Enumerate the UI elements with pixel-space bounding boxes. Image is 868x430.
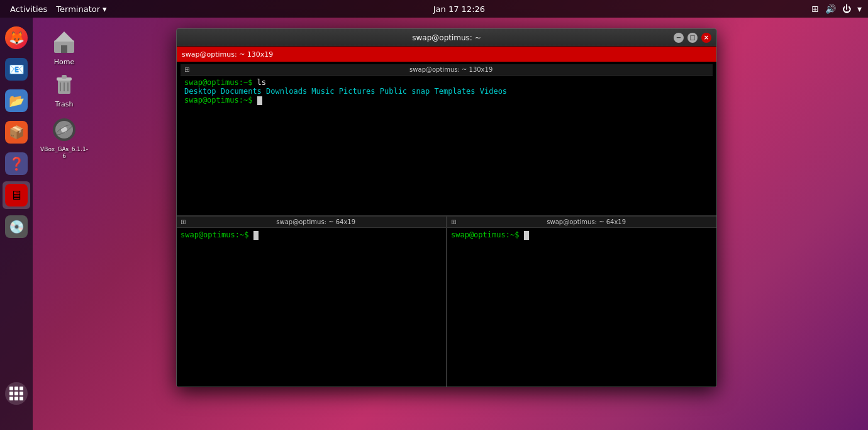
dir-pictures: Pictures (339, 87, 376, 96)
pane-bottom-right-icon: ⊞ (451, 218, 456, 225)
topbar-right: ⊞ 🔊 ⏻ ▾ (811, 4, 862, 14)
pane-bottom-right-content: swap@optimus:~$ (447, 228, 716, 242)
power-icon[interactable]: ⏻ (842, 4, 851, 14)
pane-top-icon: ⊞ (184, 66, 189, 73)
trash-label: Trash (55, 100, 73, 108)
minimize-button[interactable]: − (674, 33, 684, 43)
app-grid-button[interactable] (5, 382, 28, 405)
svg-rect-2 (61, 45, 67, 53)
topbar-datetime: Jan 17 12:26 (433, 4, 485, 14)
sound-icon[interactable]: 🔊 (825, 4, 836, 14)
pane-top-titlebar: ⊞ swap@optimus: ~ 130x19 (181, 64, 713, 76)
terminator-titlebar: swap@optimus: ~ − □ × (177, 29, 716, 47)
prompt-2: swap@optimus:~$ (184, 96, 252, 105)
svg-rect-5 (62, 75, 67, 79)
terminator-title: swap@optimus: ~ (220, 33, 674, 42)
pane-bottom-left-label: swap@optimus: ~ 64x19 (189, 218, 442, 225)
ubuntu-software-icon: 📦 (5, 121, 28, 144)
terminator-tabbar: swap@optimus: ~ 130x19 (177, 47, 716, 62)
pane-bottom-right-titlebar: ⊞ swap@optimus: ~ 64x19 (447, 217, 716, 228)
cursor-2 (253, 231, 259, 240)
vbox-label: VBox_GAs_6.1.1-6 (40, 146, 88, 160)
terminator-menu-label: Terminator (56, 4, 100, 14)
cursor-3 (524, 231, 529, 240)
firefox-icon: 🦊 (5, 26, 28, 49)
dir-music: Music (311, 87, 334, 96)
dock-item-ubuntu-software[interactable]: 📦 (3, 118, 30, 146)
disk-icon: 💿 (5, 215, 28, 238)
dir-snap: snap (411, 87, 430, 96)
cursor (257, 96, 262, 105)
dock-item-help[interactable]: ❓ (3, 150, 30, 178)
help-icon: ❓ (5, 152, 28, 175)
settings-icon[interactable]: ▾ (857, 4, 862, 14)
terminator-controls: − □ × (674, 33, 711, 43)
home-icon (49, 26, 79, 57)
vbox-icon (49, 115, 79, 145)
pane-bottom-left-content: swap@optimus:~$ (177, 228, 446, 242)
email-icon: 📧 (5, 58, 28, 81)
dock: 🦊 📧 📂 📦 ❓ 🖥 💿 (0, 18, 33, 430)
svg-marker-1 (54, 31, 74, 42)
pane-top-label: swap@optimus: ~ 130x19 (193, 66, 709, 73)
terminator-tab-label[interactable]: swap@optimus: ~ 130x19 (182, 50, 273, 59)
desktop-icon-vbox[interactable]: VBox_GAs_6.1.1-6 (39, 112, 89, 162)
cmd-1: ls (257, 78, 266, 87)
prompt-3: swap@optimus:~$ (181, 230, 248, 239)
pane-bottom-left-titlebar: ⊞ swap@optimus: ~ 64x19 (177, 217, 446, 228)
terminator-window: swap@optimus: ~ − □ × swap@optimus: ~ 13… (176, 28, 717, 387)
dir-documents: Documents (221, 87, 262, 96)
topbar-left: Activities Terminator ▾ (6, 4, 107, 14)
dir-templates: Templates (434, 87, 475, 96)
terminal-pane-bottom-left[interactable]: ⊞ swap@optimus: ~ 64x19 swap@optimus:~$ (177, 217, 447, 387)
activities-button[interactable]: Activities (6, 4, 51, 14)
topbar: Activities Terminator ▾ Jan 17 12:26 ⊞ 🔊… (0, 0, 868, 18)
terminator-panes: ⊞ swap@optimus: ~ 130x19 swap@optimus:~$… (177, 62, 716, 387)
dir-desktop: Desktop (184, 87, 216, 96)
dir-videos: Videos (480, 87, 507, 96)
terminal-icon: 🖥 (5, 184, 28, 207)
terminal-panes-bottom: ⊞ swap@optimus: ~ 64x19 swap@optimus:~$ … (177, 217, 716, 387)
dir-public: Public (380, 87, 407, 96)
files-icon: 📂 (5, 89, 28, 112)
svg-point-11 (61, 127, 67, 133)
desktop-icon-home[interactable]: Home (39, 24, 89, 69)
close-button[interactable]: × (701, 33, 711, 43)
terminal-pane-bottom-right[interactable]: ⊞ swap@optimus: ~ 64x19 swap@optimus:~$ (447, 217, 716, 387)
terminator-menu[interactable]: Terminator ▾ (56, 4, 106, 14)
prompt-1: swap@optimus:~$ (184, 78, 252, 87)
home-label: Home (54, 58, 74, 66)
prompt-4: swap@optimus:~$ (451, 230, 519, 239)
dock-item-terminal[interactable]: 🖥 (3, 181, 30, 209)
pane-bottom-right-label: swap@optimus: ~ 64x19 (460, 218, 713, 225)
maximize-button[interactable]: □ (687, 33, 698, 43)
terminal-pane-top[interactable]: ⊞ swap@optimus: ~ 130x19 swap@optimus:~$… (177, 62, 716, 217)
pane-bottom-left-icon: ⊞ (181, 218, 186, 225)
dir-downloads: Downloads (266, 87, 307, 96)
pane-top-content: swap@optimus:~$ ls Desktop Documents Dow… (181, 76, 713, 108)
trash-icon (49, 69, 79, 99)
dock-item-email[interactable]: 📧 (3, 55, 30, 83)
dock-item-firefox[interactable]: 🦊 (3, 24, 30, 52)
grid-dots-icon (9, 387, 23, 400)
desktop-icon-trash[interactable]: Trash (39, 66, 89, 111)
dock-item-files[interactable]: 📂 (3, 87, 30, 115)
network-icon[interactable]: ⊞ (811, 4, 819, 14)
terminator-menu-arrow: ▾ (103, 4, 107, 14)
dock-item-disk[interactable]: 💿 (3, 213, 30, 240)
